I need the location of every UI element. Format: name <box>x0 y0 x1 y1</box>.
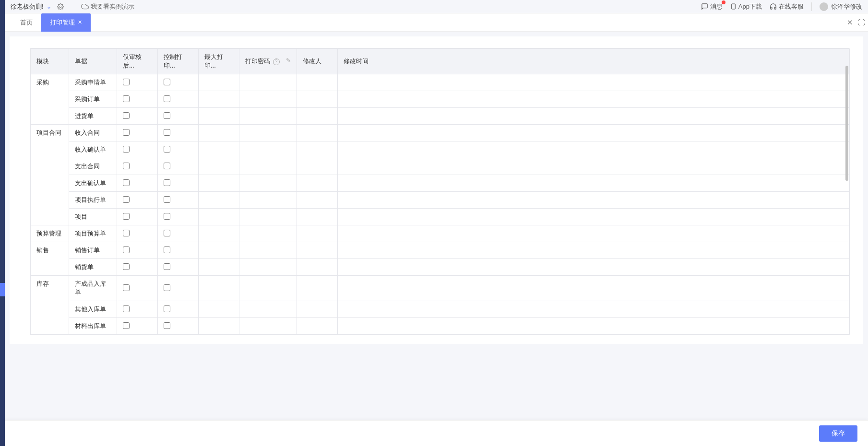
cloud-icon <box>81 4 89 10</box>
approved-only-checkbox[interactable] <box>123 129 130 136</box>
modify-time-cell <box>338 91 849 108</box>
control-print-checkbox[interactable] <box>164 79 170 85</box>
print-pwd-cell[interactable] <box>239 301 297 318</box>
approved-only-cell <box>117 259 158 276</box>
user-menu[interactable]: 徐泽华修改 <box>811 2 862 11</box>
max-print-cell[interactable] <box>199 276 239 301</box>
max-print-cell[interactable] <box>199 125 239 141</box>
print-pwd-cell[interactable] <box>239 91 297 108</box>
modifier-cell <box>297 108 338 125</box>
messages-link[interactable]: 消息 <box>701 2 723 11</box>
control-print-checkbox[interactable] <box>164 163 170 169</box>
print-pwd-cell[interactable] <box>239 225 297 242</box>
doc-cell: 项目执行单 <box>69 192 117 209</box>
tab-print-manage[interactable]: 打印管理 ✕ <box>41 13 91 32</box>
approved-only-checkbox[interactable] <box>123 213 130 220</box>
max-print-cell[interactable] <box>199 318 239 335</box>
control-print-checkbox[interactable] <box>164 246 170 253</box>
approved-only-cell <box>117 125 158 141</box>
max-print-cell[interactable] <box>199 158 239 175</box>
app-download-link[interactable]: App下载 <box>730 2 762 11</box>
table-row: 采购订单 <box>31 91 849 108</box>
customer-selector[interactable]: 徐老板勿删! ⌄ <box>11 2 51 11</box>
max-print-cell[interactable] <box>199 175 239 192</box>
doc-cell: 收入合同 <box>69 125 117 141</box>
demo-link[interactable]: 我要看实例演示 <box>81 2 134 11</box>
doc-cell: 收入确认单 <box>69 141 117 158</box>
approved-only-checkbox[interactable] <box>123 95 130 102</box>
max-print-cell[interactable] <box>199 242 239 259</box>
print-pwd-cell[interactable] <box>239 141 297 158</box>
control-print-checkbox[interactable] <box>164 305 170 312</box>
table-row: 预算管理项目预算单 <box>31 225 849 242</box>
approved-only-checkbox[interactable] <box>123 146 130 153</box>
control-print-checkbox[interactable] <box>164 129 170 136</box>
tab-home[interactable]: 首页 <box>12 13 41 32</box>
left-nav-active-indicator <box>0 283 5 296</box>
max-print-cell[interactable] <box>199 74 239 91</box>
max-print-cell[interactable] <box>199 141 239 158</box>
approved-only-checkbox[interactable] <box>123 179 130 186</box>
online-service-link[interactable]: 在线客服 <box>770 2 804 11</box>
control-print-cell <box>158 74 199 91</box>
approved-only-checkbox[interactable] <box>123 196 130 203</box>
control-print-cell <box>158 225 199 242</box>
print-pwd-cell[interactable] <box>239 276 297 301</box>
control-print-checkbox[interactable] <box>164 213 170 220</box>
max-print-cell[interactable] <box>199 108 239 125</box>
fullscreen-icon[interactable]: ⛶ <box>858 18 865 26</box>
modify-time-cell <box>338 259 849 276</box>
close-icon[interactable]: ✕ <box>78 19 82 25</box>
control-print-checkbox[interactable] <box>164 196 170 203</box>
control-print-checkbox[interactable] <box>164 146 170 153</box>
approved-only-cell <box>117 242 158 259</box>
table-row: 库存产成品入库单 <box>31 276 849 301</box>
control-print-checkbox[interactable] <box>164 284 170 291</box>
notification-dot-icon <box>722 0 725 4</box>
print-pwd-cell[interactable] <box>239 108 297 125</box>
control-print-checkbox[interactable] <box>164 112 170 119</box>
print-pwd-cell[interactable] <box>239 318 297 335</box>
tabs-close-all-icon[interactable]: ✕ <box>847 18 853 27</box>
max-print-cell[interactable] <box>199 301 239 318</box>
print-pwd-cell[interactable] <box>239 125 297 141</box>
help-icon[interactable]: ? <box>273 59 280 65</box>
print-pwd-cell[interactable] <box>239 175 297 192</box>
modify-time-cell <box>338 276 849 301</box>
edit-icon[interactable]: ✎ <box>286 57 291 64</box>
max-print-cell[interactable] <box>199 259 239 276</box>
print-pwd-cell[interactable] <box>239 242 297 259</box>
print-pwd-cell[interactable] <box>239 259 297 276</box>
control-print-checkbox[interactable] <box>164 230 170 236</box>
approved-only-checkbox[interactable] <box>123 263 130 270</box>
print-pwd-cell[interactable] <box>239 74 297 91</box>
print-pwd-cell[interactable] <box>239 158 297 175</box>
approved-only-checkbox[interactable] <box>123 79 130 85</box>
approved-only-checkbox[interactable] <box>123 246 130 253</box>
approved-only-checkbox[interactable] <box>123 112 130 119</box>
approved-only-checkbox[interactable] <box>123 322 130 329</box>
module-cell: 项目合同 <box>31 125 69 225</box>
approved-only-checkbox[interactable] <box>123 163 130 169</box>
gear-icon[interactable] <box>57 3 64 10</box>
max-print-cell[interactable] <box>199 192 239 209</box>
control-print-checkbox[interactable] <box>164 263 170 270</box>
approved-only-checkbox[interactable] <box>123 305 130 312</box>
control-print-checkbox[interactable] <box>164 179 170 186</box>
approved-only-checkbox[interactable] <box>123 284 130 291</box>
table-scrollbar[interactable] <box>845 66 848 181</box>
max-print-cell[interactable] <box>199 225 239 242</box>
print-pwd-cell[interactable] <box>239 192 297 209</box>
print-pwd-cell[interactable] <box>239 209 297 225</box>
max-print-cell[interactable] <box>199 209 239 225</box>
control-print-checkbox[interactable] <box>164 322 170 329</box>
col-modifier: 修改人 <box>297 49 338 74</box>
max-print-cell[interactable] <box>199 91 239 108</box>
modifier-cell <box>297 259 338 276</box>
approved-only-cell <box>117 108 158 125</box>
table-row: 进货单 <box>31 108 849 125</box>
approved-only-checkbox[interactable] <box>123 230 130 236</box>
approved-only-cell <box>117 276 158 301</box>
control-print-checkbox[interactable] <box>164 95 170 102</box>
control-print-cell <box>158 91 199 108</box>
